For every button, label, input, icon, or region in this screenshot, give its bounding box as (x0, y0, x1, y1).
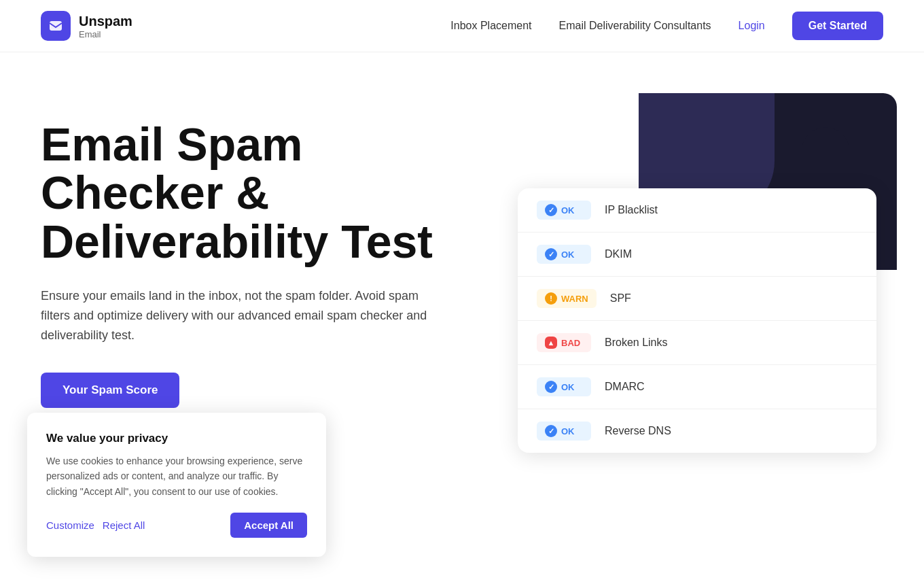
badge-label-links: BAD (561, 338, 580, 348)
nav-consultants[interactable]: Email Deliverability Consultants (559, 20, 711, 32)
logo-area: Unspam Email (41, 11, 132, 41)
nav-links: Inbox Placement Email Deliverability Con… (450, 12, 883, 40)
badge-label-ip: OK (561, 205, 575, 216)
badge-warn-spf: ! WARN (537, 289, 597, 308)
badge-ok-ip: ✓ OK (537, 201, 591, 220)
hero-title: Email Spam Checker & Deliverability Test (41, 120, 504, 266)
check-icon-rdns: ✓ (545, 425, 557, 437)
get-started-button[interactable]: Get Started (792, 12, 883, 40)
checklist-row-ip-blacklist: ✓ OK IP Blacklist (518, 188, 876, 233)
nav-inbox-placement[interactable]: Inbox Placement (450, 20, 531, 32)
check-label-dkim: DKIM (605, 248, 632, 260)
right-content: ✓ OK IP Blacklist ✓ OK DKIM ! WARN SPF (504, 93, 883, 515)
hero-subtitle: Ensure your emails land in the inbox, no… (41, 286, 435, 345)
check-icon-dkim: ✓ (545, 248, 557, 260)
badge-ok-rdns: ✓ OK (537, 422, 591, 441)
logo-subtitle: Email (79, 29, 132, 39)
checklist-row-broken-links: ▲ BAD Broken Links (518, 321, 876, 365)
badge-label-rdns: OK (561, 426, 575, 436)
hero-title-line2: Checker & (41, 167, 269, 218)
privacy-title: We value your privacy (46, 432, 307, 445)
accept-all-button[interactable]: Accept All (230, 513, 307, 538)
bad-icon-links: ▲ (545, 337, 557, 349)
reject-all-button[interactable]: Reject All (103, 513, 145, 538)
badge-bad-links: ▲ BAD (537, 333, 591, 352)
hero-title-line3: Deliverability Test (41, 216, 433, 267)
privacy-banner: We value your privacy We use cookies to … (27, 413, 326, 557)
hero-title-line1: Email Spam (41, 118, 303, 170)
spam-score-button[interactable]: Your Spam Score (41, 373, 179, 408)
privacy-buttons: Customize Reject All Accept All (46, 513, 307, 538)
checklist-row-dmarc: ✓ OK DMARC (518, 365, 876, 409)
check-label-links: Broken Links (605, 337, 668, 349)
logo-text: Unspam Email (79, 13, 132, 39)
checklist-row-reverse-dns: ✓ OK Reverse DNS (518, 409, 876, 453)
check-icon-dmarc: ✓ (545, 381, 557, 393)
privacy-text: We use cookies to enhance your browsing … (46, 453, 307, 499)
logo-name: Unspam (79, 13, 132, 29)
badge-label-dmarc: OK (561, 382, 575, 392)
logo-icon (41, 11, 71, 41)
checklist-row-spf: ! WARN SPF (518, 277, 876, 321)
check-label-rdns: Reverse DNS (605, 425, 671, 437)
header: Unspam Email Inbox Placement Email Deliv… (0, 0, 924, 52)
svg-rect-0 (50, 21, 62, 31)
warn-icon-spf: ! (545, 292, 557, 305)
check-icon-ip: ✓ (545, 204, 557, 216)
nav-login[interactable]: Login (739, 20, 765, 32)
checklist-row-dkim: ✓ OK DKIM (518, 233, 876, 277)
badge-label-spf: WARN (561, 294, 588, 304)
badge-label-dkim: OK (561, 250, 575, 260)
left-content: Email Spam Checker & Deliverability Test… (41, 93, 504, 408)
check-label-dmarc: DMARC (605, 381, 645, 393)
customize-button[interactable]: Customize (46, 513, 94, 538)
badge-ok-dmarc: ✓ OK (537, 377, 591, 396)
checklist-card: ✓ OK IP Blacklist ✓ OK DKIM ! WARN SPF (518, 188, 876, 453)
check-label-spf: SPF (610, 292, 631, 305)
badge-ok-dkim: ✓ OK (537, 245, 591, 264)
check-label-ip: IP Blacklist (605, 204, 658, 216)
